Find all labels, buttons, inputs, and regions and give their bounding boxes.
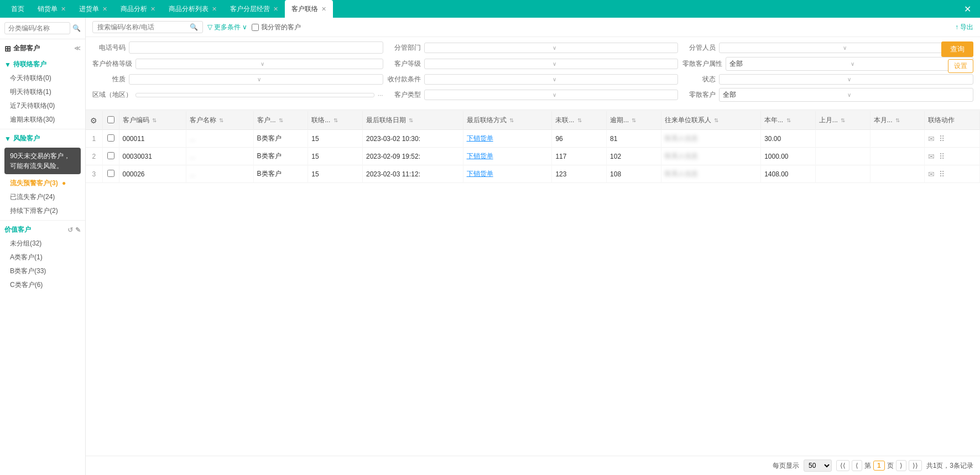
retail-attr-select[interactable]: 全部∨: [726, 57, 973, 71]
sidebar-item-class-a[interactable]: A类客户(1): [0, 250, 85, 264]
sidebar-item-today[interactable]: 今天待联络(0): [0, 71, 85, 85]
tab-customer-contact-close[interactable]: ✕: [321, 6, 326, 13]
row-this-year: 1000.00: [761, 148, 816, 165]
more-actions-icon[interactable]: ⠿: [939, 170, 945, 179]
sort-icon[interactable]: ⇅: [152, 117, 157, 123]
tab-sales[interactable]: 销货单 ✕: [31, 0, 72, 18]
page-prev-button[interactable]: ⟨: [852, 460, 862, 471]
tab-customer-layer[interactable]: 客户分层经营 ✕: [223, 0, 285, 18]
per-page-select[interactable]: 50 100: [804, 460, 832, 472]
contact-icon[interactable]: ✉: [928, 152, 935, 161]
sort-icon-method[interactable]: ⇅: [509, 117, 514, 123]
branch-dept-select[interactable]: ∨: [424, 43, 679, 53]
retail-customer-label: 零散客户: [682, 90, 716, 100]
sidebar-search-input[interactable]: [4, 22, 70, 34]
sidebar-item-week[interactable]: 近7天待联络(0): [0, 99, 85, 113]
page-next-button[interactable]: ⟩: [896, 460, 906, 471]
my-customers-checkbox[interactable]: 我分管的客户: [252, 23, 301, 32]
col-checkbox[interactable]: [102, 111, 119, 130]
sidebar-item-class-b[interactable]: B类客户(33): [0, 264, 85, 278]
more-actions-icon[interactable]: ⠿: [939, 134, 945, 143]
row-checkbox[interactable]: [107, 152, 114, 159]
setting-button[interactable]: 设置: [948, 59, 973, 73]
customer-type-label: 客户类型: [388, 90, 421, 100]
sort-icon-unit[interactable]: ⇅: [714, 117, 718, 123]
last-method-link[interactable]: 下销货单: [467, 152, 493, 160]
last-method-link[interactable]: 下销货单: [467, 134, 493, 142]
tab-analysis[interactable]: 商品分析 ✕: [114, 0, 162, 18]
tab-sales-close[interactable]: ✕: [61, 6, 66, 13]
page-last-button[interactable]: ⟩⟩: [909, 460, 922, 471]
col-settings[interactable]: ⚙: [86, 111, 102, 130]
gender-select[interactable]: ∨: [129, 74, 383, 85]
refresh-icon[interactable]: ↺: [67, 226, 73, 234]
sort-icon-overdue[interactable]: ⇅: [632, 117, 636, 123]
customer-price-select[interactable]: ∨: [135, 59, 383, 69]
row-checkbox-cell[interactable]: [102, 130, 119, 148]
contact-icon[interactable]: ✉: [928, 170, 935, 179]
col-customer-type: 客户... ⇅: [253, 111, 308, 130]
sidebar-collapse-icon[interactable]: ≪: [74, 45, 81, 52]
sort-icon-name[interactable]: ⇅: [219, 117, 223, 123]
edit-icon[interactable]: ✎: [75, 226, 81, 234]
page-first-button[interactable]: ⟨⟨: [836, 460, 849, 471]
row-this-year: 30.00: [761, 130, 816, 148]
window-close-button[interactable]: ✕: [960, 4, 976, 14]
more-actions-icon[interactable]: ⠿: [939, 152, 945, 161]
filter-search-input[interactable]: [97, 23, 187, 31]
tab-purchase-close[interactable]: ✕: [102, 6, 107, 13]
row-checkbox[interactable]: [107, 170, 114, 177]
tab-analysis-list[interactable]: 商品分析列表 ✕: [162, 0, 223, 18]
my-customers-check[interactable]: [252, 24, 259, 31]
export-button[interactable]: ↑ 导出: [955, 23, 973, 32]
select-all-checkbox[interactable]: [107, 116, 114, 123]
more-conditions-button[interactable]: ▽ 更多条件 ∨: [207, 23, 247, 32]
row-checkbox[interactable]: [107, 134, 114, 142]
settings-icon[interactable]: ⚙: [90, 116, 97, 125]
phone-input[interactable]: [129, 41, 383, 54]
region-more[interactable]: ···: [378, 91, 383, 99]
query-button[interactable]: 查询: [941, 41, 973, 57]
sidebar-item-class-c[interactable]: C类客户(6): [0, 278, 85, 292]
sidebar-item-unsorted[interactable]: 未分组(32): [0, 237, 85, 250]
customer-level-select[interactable]: ∨: [424, 59, 679, 69]
row-last-method[interactable]: 下销货单: [463, 165, 552, 183]
tab-analysis-close[interactable]: ✕: [150, 6, 155, 13]
sidebar-item-overdue[interactable]: 逾期未联络(30): [0, 113, 85, 127]
payment-select[interactable]: ∨: [424, 74, 679, 85]
region-select[interactable]: [135, 93, 374, 97]
sort-icon-lmonth[interactable]: ⇅: [841, 117, 845, 123]
customer-price-label: 客户价格等级: [92, 59, 132, 69]
retail-customer-select[interactable]: 全部∨: [719, 88, 973, 102]
sidebar-all-customers[interactable]: ⊞ 全部客户 ≪: [0, 39, 85, 58]
row-number: 2: [86, 148, 102, 165]
row-checkbox-cell[interactable]: [102, 148, 119, 165]
sort-icon-date[interactable]: ⇅: [409, 117, 413, 123]
sidebar-item-churn-already[interactable]: 已流失客户(24): [0, 190, 85, 204]
sidebar-risk-customers[interactable]: ▼ 风险客户: [0, 132, 85, 145]
tab-customer-layer-close[interactable]: ✕: [273, 6, 278, 13]
sort-icon-type[interactable]: ⇅: [279, 117, 283, 123]
tab-analysis-list-close[interactable]: ✕: [212, 6, 217, 13]
customer-type-select[interactable]: ∨: [424, 90, 679, 100]
sort-icon-not[interactable]: ⇅: [577, 117, 582, 123]
last-method-link[interactable]: 下销货单: [467, 170, 493, 178]
sidebar-item-churn-predict[interactable]: 流失预警客户(3) ●: [0, 176, 85, 190]
sidebar-item-churn-retain[interactable]: 持续下滑客户(2): [0, 204, 85, 218]
contact-icon[interactable]: ✉: [928, 134, 935, 143]
tab-purchase[interactable]: 进货单 ✕: [72, 0, 114, 18]
sidebar-pending-contact[interactable]: ▼ 待联络客户: [0, 58, 85, 71]
sidebar-value-customers[interactable]: 价值客户 ↺ ✎: [0, 223, 85, 237]
sidebar-item-tomorrow[interactable]: 明天待联络(1): [0, 85, 85, 99]
sort-icon-year[interactable]: ⇅: [786, 117, 791, 123]
tab-customer-contact[interactable]: 客户联络 ✕: [285, 0, 333, 18]
tab-home[interactable]: 首页: [4, 0, 31, 18]
sort-icon-tmonth[interactable]: ⇅: [895, 117, 900, 123]
row-last-method[interactable]: 下销货单: [463, 148, 552, 165]
branch-person-select[interactable]: ∨: [719, 43, 965, 53]
row-last-method[interactable]: 下销货单: [463, 130, 552, 148]
row-checkbox-cell[interactable]: [102, 165, 119, 183]
status-select[interactable]: ∨: [719, 74, 973, 85]
filter-search-icon[interactable]: 🔍: [190, 23, 198, 31]
sort-icon-contact[interactable]: ⇅: [333, 117, 338, 123]
